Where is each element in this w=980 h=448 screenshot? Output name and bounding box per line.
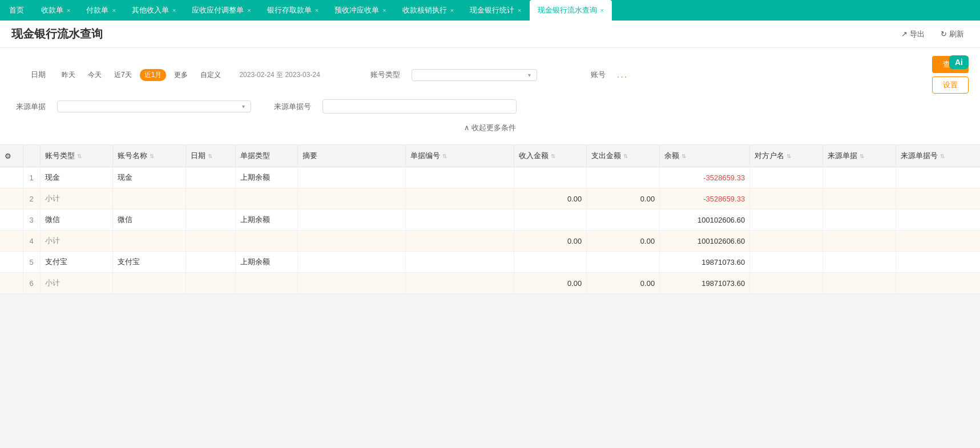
- row-source-doc: [822, 167, 896, 188]
- nav-tab[interactable]: 付款单×: [78, 0, 123, 21]
- date-option-btn[interactable]: 昨天: [57, 69, 80, 81]
- column-expense[interactable]: 支出金额⇅: [587, 145, 660, 167]
- column-date[interactable]: 日期⇅: [186, 145, 236, 167]
- nav-tab-label: 收款单: [41, 5, 63, 15]
- close-icon[interactable]: ×: [600, 7, 604, 14]
- close-icon[interactable]: ×: [172, 7, 176, 14]
- column-source_doc_no[interactable]: 来源单据号⇅: [896, 145, 980, 167]
- nav-tab[interactable]: 现金银行统计×: [462, 0, 529, 21]
- account-more-btn[interactable]: ...: [617, 70, 628, 80]
- row-counterpart: [750, 231, 823, 252]
- date-option-btn[interactable]: 近7天: [110, 69, 136, 81]
- row-doc-no: [406, 252, 514, 273]
- row-source-doc: [822, 188, 896, 209]
- row-doc-type: [235, 273, 297, 294]
- column-counterpart[interactable]: 对方户名⇅: [750, 145, 823, 167]
- source-doc-no-input[interactable]: [322, 99, 517, 114]
- sort-icon: ⇅: [208, 153, 212, 159]
- row-source-doc-no: [896, 252, 980, 273]
- source-doc-select[interactable]: ▾: [57, 100, 251, 112]
- row-account-type: 支付宝: [40, 252, 113, 273]
- row-income: 0.00: [514, 188, 587, 209]
- table-row: 4小计0.000.00100102606.60: [0, 231, 980, 252]
- close-icon[interactable]: ×: [382, 7, 386, 14]
- close-icon[interactable]: ×: [315, 7, 318, 14]
- row-date: [186, 188, 236, 209]
- row-summary: [297, 273, 405, 294]
- sort-icon: ⇅: [940, 153, 945, 159]
- sort-icon: ⇅: [860, 153, 864, 159]
- close-icon[interactable]: ×: [67, 7, 70, 14]
- row-counterpart: [750, 273, 823, 294]
- date-option-btn[interactable]: 今天: [83, 69, 106, 81]
- export-label: 导出: [910, 29, 925, 39]
- nav-tabs: 收款单×付款单×其他收入单×应收应付调整单×银行存取款单×预收冲应收单×收款核销…: [33, 0, 612, 21]
- row-source-doc-no: [896, 273, 980, 294]
- row-account-name: 现金: [113, 167, 186, 188]
- data-table: ⚙账号类型⇅账号名称⇅日期⇅单据类型摘要单据编号⇅收入金额⇅支出金额⇅余额⇅对方…: [0, 145, 980, 294]
- row-gear: [0, 273, 23, 294]
- nav-tab[interactable]: 收款单×: [33, 0, 78, 21]
- page-header: 现金银行流水查询 ↗ 导出 ↻ 刷新: [0, 21, 980, 48]
- close-icon[interactable]: ×: [112, 7, 115, 14]
- export-icon: ↗: [901, 30, 908, 38]
- row-account-type: 小计: [40, 273, 113, 294]
- nav-tab[interactable]: 现金银行流水查询×: [530, 0, 612, 21]
- row-account-name: [113, 273, 186, 294]
- row-doc-no: [406, 209, 514, 231]
- column-income[interactable]: 收入金额⇅: [514, 145, 587, 167]
- export-button[interactable]: ↗ 导出: [897, 27, 929, 42]
- column-source_doc[interactable]: 来源单据⇅: [822, 145, 896, 167]
- nav-tab-label: 银行存取款单: [267, 5, 312, 15]
- row-expense: 0.00: [587, 188, 660, 209]
- settings-button[interactable]: 设置: [932, 76, 969, 94]
- nav-tab-label: 现金银行统计: [470, 5, 514, 15]
- table-row: 6小计0.000.0019871073.60: [0, 273, 980, 294]
- row-income: [514, 167, 587, 188]
- row-num: 3: [23, 209, 40, 231]
- close-icon[interactable]: ×: [247, 7, 251, 14]
- date-option-btn[interactable]: 自定义: [196, 69, 225, 81]
- gear-icon[interactable]: ⚙: [5, 152, 11, 160]
- column-doc_no[interactable]: 单据编号⇅: [406, 145, 514, 167]
- nav-home[interactable]: 首页: [0, 0, 33, 21]
- date-option-btn[interactable]: 近1月: [140, 69, 167, 81]
- close-icon[interactable]: ×: [518, 7, 521, 14]
- account-type-arrow-icon: ▾: [528, 72, 531, 78]
- row-num: 6: [23, 273, 40, 294]
- nav-tab-label: 应收应付调整单: [192, 5, 244, 15]
- row-counterpart: [750, 252, 823, 273]
- column-balance[interactable]: 余额⇅: [660, 145, 750, 167]
- collapse-bar[interactable]: ∧ 收起更多条件: [11, 119, 969, 136]
- nav-tab[interactable]: 应收应付调整单×: [184, 0, 259, 21]
- row-num: 4: [23, 231, 40, 252]
- account-type-select[interactable]: ▾: [412, 69, 537, 81]
- nav-tab[interactable]: 预收冲应收单×: [326, 0, 394, 21]
- row-account-type: 小计: [40, 231, 113, 252]
- row-doc-type: [235, 188, 297, 209]
- column-label: 日期: [191, 151, 205, 161]
- row-balance: -3528659.33: [660, 188, 750, 209]
- date-options: 昨天今天近7天近1月更多自定义: [57, 69, 225, 81]
- row-date: [186, 252, 236, 273]
- sort-icon: ⇅: [551, 153, 555, 159]
- sort-icon: ⇅: [787, 153, 791, 159]
- column-gear[interactable]: ⚙: [0, 145, 23, 167]
- row-num: 1: [23, 167, 40, 188]
- row-doc-type: 上期余额: [235, 252, 297, 273]
- nav-tab[interactable]: 收款核销执行×: [394, 0, 462, 21]
- refresh-label: 刷新: [949, 29, 964, 39]
- date-option-btn[interactable]: 更多: [170, 69, 192, 81]
- row-expense: 0.00: [587, 231, 660, 252]
- nav-tab-label: 预收冲应收单: [334, 5, 379, 15]
- refresh-button[interactable]: ↻ 刷新: [936, 27, 969, 42]
- table-header-row: ⚙账号类型⇅账号名称⇅日期⇅单据类型摘要单据编号⇅收入金额⇅支出金额⇅余额⇅对方…: [0, 145, 980, 167]
- row-source-doc: [822, 252, 896, 273]
- column-account_type[interactable]: 账号类型⇅: [40, 145, 113, 167]
- nav-tab[interactable]: 银行存取款单×: [259, 0, 326, 21]
- nav-tab[interactable]: 其他收入单×: [124, 0, 184, 21]
- row-doc-type: 上期余额: [235, 167, 297, 188]
- row-source-doc-no: [896, 209, 980, 231]
- column-account_name[interactable]: 账号名称⇅: [113, 145, 186, 167]
- close-icon[interactable]: ×: [450, 7, 454, 14]
